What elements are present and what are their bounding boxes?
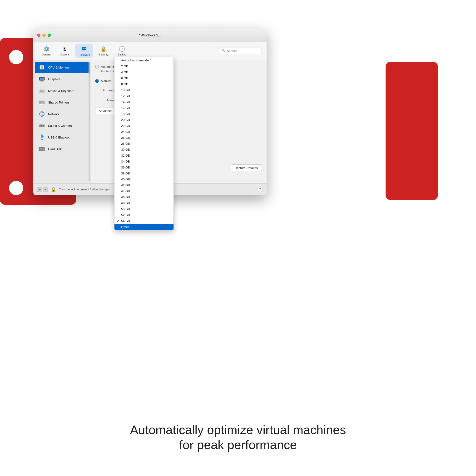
lock-icon[interactable]: 🔒 <box>51 187 56 192</box>
svg-rect-27 <box>40 91 41 92</box>
dropdown-item[interactable]: 10 GB <box>115 87 173 93</box>
svg-rect-26 <box>43 90 44 91</box>
dropdown-item[interactable]: 30 GB <box>115 147 173 153</box>
tagline-line1: Automatically optimize virtual machines <box>0 423 476 437</box>
svg-rect-6 <box>41 66 43 68</box>
scroll-track <box>88 62 90 181</box>
close-button[interactable] <box>37 34 40 37</box>
svg-rect-25 <box>41 90 42 91</box>
toolbar-hardware-label: Hardware <box>79 53 90 56</box>
sidebar-item-sound[interactable]: Sound & Camera <box>35 120 89 131</box>
dropdown-item[interactable]: Auto (Recommended) <box>115 57 173 63</box>
svg-point-50 <box>44 136 44 137</box>
camera-icon <box>38 122 46 130</box>
dropdown-item[interactable]: 38 GB <box>115 170 173 176</box>
sidebar-item-network[interactable]: Network <box>35 108 89 120</box>
svg-rect-44 <box>41 135 42 135</box>
dropdown-item[interactable]: 4 GB <box>115 69 173 75</box>
general-icon: ⚙️ <box>43 46 50 52</box>
graphics-icon <box>38 75 46 83</box>
dropdown-item[interactable]: Other <box>115 224 173 230</box>
restore-defaults-button[interactable]: Restore Defaults <box>231 165 262 171</box>
sidebar-item-printers[interactable]: Shared Printers <box>35 97 89 108</box>
dropdown-item[interactable]: 20 GB <box>115 117 173 123</box>
dropdown-item[interactable]: 48 GB <box>115 200 173 206</box>
toolbar-hardware[interactable]: Hardware <box>75 44 93 58</box>
dropdown-item[interactable]: 6 GB <box>115 75 173 81</box>
radio-automatic-circle[interactable] <box>95 65 99 68</box>
dropdown-item[interactable]: 26 GB <box>115 135 173 141</box>
dropdown-item[interactable]: 28 GB <box>115 141 173 147</box>
svg-rect-1 <box>83 48 84 49</box>
toolbar-general[interactable]: ⚙️ General <box>38 45 55 57</box>
svg-rect-24 <box>40 90 41 91</box>
svg-rect-2 <box>85 48 86 49</box>
toolbar-security[interactable]: 🔒 Security <box>95 45 112 57</box>
toolbar-options-label: Options <box>60 53 69 56</box>
dropdown-item[interactable]: 42 GB <box>115 182 173 188</box>
dropdown-item[interactable]: 50 GB <box>115 206 173 212</box>
radio-manual-circle[interactable] <box>95 79 99 83</box>
svg-rect-20 <box>40 78 44 80</box>
svg-rect-29 <box>43 91 44 92</box>
tagline-section: Automatically optimize virtual machines … <box>0 423 476 452</box>
add-item-button[interactable]: + <box>37 187 42 192</box>
sidebar-label-network: Network <box>48 112 60 116</box>
memory-dropdown[interactable]: Auto (Recommended)2 GB4 GB6 GB8 GB10 GB1… <box>114 57 174 230</box>
dropdown-item[interactable]: 8 GB <box>115 81 173 87</box>
sidebar-item-usb[interactable]: USB & Bluetooth <box>35 132 89 143</box>
dropdown-item[interactable]: 2 GB <box>115 63 173 69</box>
dropdown-item[interactable]: 32 GB <box>115 153 173 158</box>
dropdown-item[interactable]: 34 GB <box>115 158 173 165</box>
svg-rect-46 <box>41 139 43 140</box>
svg-rect-32 <box>40 104 44 105</box>
search-icon: 🔍 <box>221 49 225 52</box>
dropdown-item[interactable]: 16 GB <box>115 105 173 111</box>
svg-rect-33 <box>40 102 41 102</box>
toolbar-backup-label: Backup <box>118 53 126 56</box>
dropdown-item[interactable]: 24 GB <box>115 129 173 135</box>
radio-automatic-label: Automatic <box>101 65 115 68</box>
dropdown-item[interactable]: 22 GB <box>115 123 173 129</box>
dropdown-item[interactable]: 40 GB <box>115 176 173 182</box>
decorative-hole-top-left <box>9 50 23 64</box>
toolbar-security-label: Security <box>99 53 108 56</box>
dropdown-item[interactable]: 46 GB <box>115 194 173 200</box>
svg-rect-28 <box>41 91 43 92</box>
sidebar-label-mouse: Mouse & Keyboard <box>48 89 74 93</box>
title-bar: "Windows 1... <box>33 29 267 42</box>
sidebar-item-mouse[interactable]: Mouse & Keyboard <box>35 85 89 96</box>
search-box[interactable]: 🔍 <box>219 48 262 54</box>
minimize-button[interactable] <box>42 34 46 37</box>
svg-rect-30 <box>40 100 44 102</box>
sidebar-item-cpu[interactable]: CPU & Memory <box>35 62 89 73</box>
toolbar-general-label: General <box>42 53 51 56</box>
help-button[interactable]: ? <box>257 187 263 192</box>
svg-point-49 <box>40 136 40 136</box>
sidebar-item-disk[interactable]: Hard Disk <box>35 143 89 155</box>
network-icon <box>38 110 46 118</box>
search-input[interactable] <box>227 49 259 52</box>
tagline-line2: for peak performance <box>0 438 476 452</box>
sidebar-label-sound: Sound & Camera <box>48 124 72 128</box>
svg-point-42 <box>41 126 42 126</box>
printer-icon <box>38 99 46 106</box>
svg-marker-40 <box>43 124 45 127</box>
dropdown-item[interactable]: 36 GB <box>115 165 173 170</box>
dropdown-item[interactable]: 14 GB <box>115 99 173 105</box>
sidebar-label-cpu: CPU & Memory <box>48 66 69 69</box>
dropdown-item[interactable]: 12 GB <box>115 93 173 99</box>
toolbar-options[interactable]: 🎚 Options <box>57 45 73 57</box>
dropdown-item[interactable]: 52 GB <box>115 212 173 218</box>
maximize-button[interactable] <box>48 34 51 37</box>
sidebar-item-graphics[interactable]: Graphics <box>35 73 89 85</box>
dropdown-item[interactable]: 54 GB <box>115 218 173 224</box>
remove-item-button[interactable]: − <box>43 187 48 192</box>
dropdown-item[interactable]: 18 GB <box>115 111 173 117</box>
main-window: "Windows 1... ⚙️ General 🎚 Options <box>33 29 267 195</box>
dropdown-item[interactable]: 44 GB <box>115 188 173 194</box>
lock-text: Click the lock to prevent further change… <box>59 188 110 191</box>
backup-icon: 🕐 <box>119 46 125 52</box>
toolbar-backup[interactable]: 🕐 Backup <box>114 45 130 57</box>
sidebar-label-usb: USB & Bluetooth <box>48 136 71 139</box>
